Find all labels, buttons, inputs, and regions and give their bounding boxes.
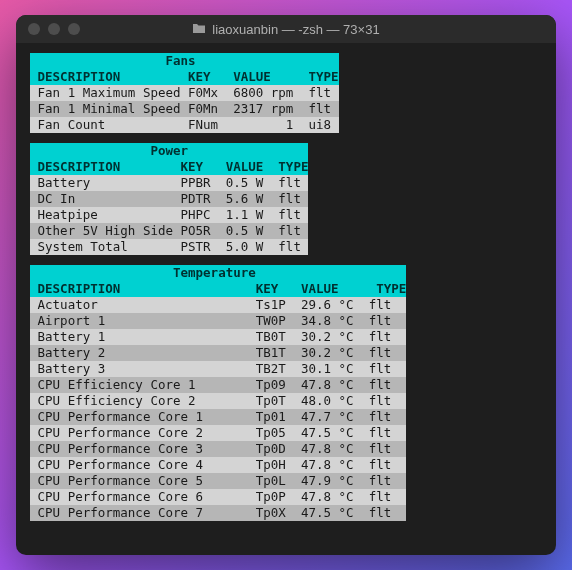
folder-icon [192,22,206,37]
table-row: CPU Performance Core 3 Tp0D 47.8 °C flt [30,441,406,457]
table-row: CPU Performance Core 6 Tp0P 47.8 °C flt [30,489,406,505]
column-headers: DESCRIPTION KEY VALUE TYPE [30,69,339,85]
titlebar: liaoxuanbin — -zsh — 73×31 [16,15,556,43]
table-row: Battery PPBR 0.5 W flt [30,175,308,191]
column-headers: DESCRIPTION KEY VALUE TYPE [30,159,308,175]
table-row: Heatpipe PHPC 1.1 W flt [30,207,308,223]
section-title: Temperature [30,265,406,281]
table-row: CPU Performance Core 5 Tp0L 47.9 °C flt [30,473,406,489]
zoom-icon[interactable] [68,23,80,35]
table-row: Actuator Ts1P 29.6 °C flt [30,297,406,313]
traffic-lights [16,23,80,35]
window-title: liaoxuanbin — -zsh — 73×31 [16,22,556,37]
table-row: CPU Performance Core 4 Tp0H 47.8 °C flt [30,457,406,473]
table-row: CPU Performance Core 2 Tp05 47.5 °C flt [30,425,406,441]
section-power: Power DESCRIPTION KEY VALUE TYPE Battery… [30,143,542,255]
table-row: Other 5V High Side PO5R 0.5 W flt [30,223,308,239]
section-title: Power [30,143,308,159]
window-title-text: liaoxuanbin — -zsh — 73×31 [212,22,379,37]
minimize-icon[interactable] [48,23,60,35]
table-row: Battery 1 TB0T 30.2 °C flt [30,329,406,345]
table-row: DC In PDTR 5.6 W flt [30,191,308,207]
section-fans: Fans DESCRIPTION KEY VALUE TYPE Fan 1 Ma… [30,53,542,133]
section-title: Fans [30,53,339,69]
close-icon[interactable] [28,23,40,35]
column-headers: DESCRIPTION KEY VALUE TYPE [30,281,406,297]
table-row: Airport 1 TW0P 34.8 °C flt [30,313,406,329]
table-row: CPU Performance Core 1 Tp01 47.7 °C flt [30,409,406,425]
table-row: Battery 2 TB1T 30.2 °C flt [30,345,406,361]
table-row: Fan 1 Minimal Speed F0Mn 2317 rpm flt [30,101,339,117]
terminal-content[interactable]: Fans DESCRIPTION KEY VALUE TYPE Fan 1 Ma… [16,43,556,555]
table-row: CPU Performance Core 7 Tp0X 47.5 °C flt [30,505,406,521]
table-row: Fan 1 Maximum Speed F0Mx 6800 rpm flt [30,85,339,101]
table-row: CPU Efficiency Core 1 Tp09 47.8 °C flt [30,377,406,393]
table-row: CPU Efficiency Core 2 Tp0T 48.0 °C flt [30,393,406,409]
terminal-window: liaoxuanbin — -zsh — 73×31 Fans DESCRIPT… [16,15,556,555]
table-row: System Total PSTR 5.0 W flt [30,239,308,255]
table-row: Battery 3 TB2T 30.1 °C flt [30,361,406,377]
table-row: Fan Count FNum 1 ui8 [30,117,339,133]
section-temperature: Temperature DESCRIPTION KEY VALUE TYPE A… [30,265,542,521]
